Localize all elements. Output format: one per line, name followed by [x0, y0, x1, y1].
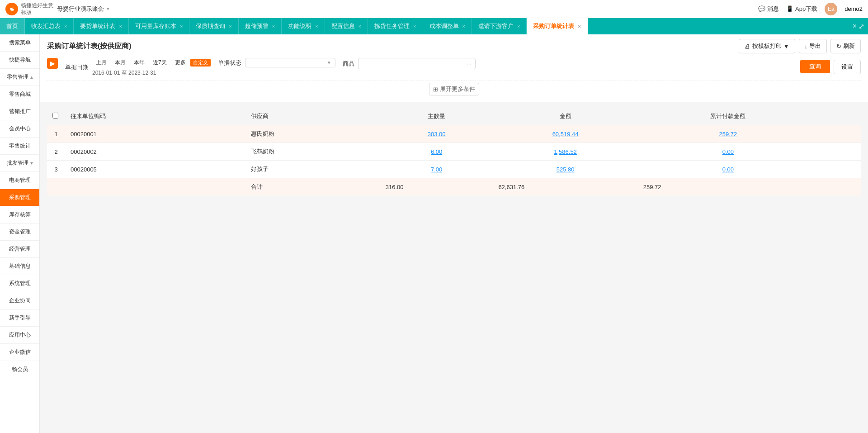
row-quantity-2[interactable]: 7.00: [380, 161, 493, 178]
sidebar-item-system[interactable]: 系统管理: [0, 275, 39, 292]
tab-home[interactable]: 首页: [0, 18, 25, 34]
sidebar-item-retail[interactable]: 零售管理 ▲: [0, 69, 39, 86]
tab-caigou[interactable]: 采购订单统计表 ×: [527, 18, 587, 34]
tab-caigou-close-icon[interactable]: ×: [578, 24, 580, 29]
tab-chengben-close-icon[interactable]: ×: [462, 24, 465, 29]
message-button[interactable]: 💬 消息: [758, 5, 779, 13]
settings-button[interactable]: 设置: [834, 60, 861, 74]
tab-yaoqing[interactable]: 邀请下游客户 ×: [472, 18, 527, 34]
sidebar-item-finance[interactable]: 资金管理: [0, 224, 39, 241]
tab-peizhi[interactable]: 配置信息 ×: [325, 18, 368, 34]
sidebar-item-newguide[interactable]: 新手引导: [0, 309, 39, 327]
tab-keyong[interactable]: 可用量库存账本 ×: [129, 18, 189, 34]
sidebar-item-marketing[interactable]: 营销推广: [0, 103, 39, 120]
goods-input[interactable]: ···: [358, 58, 476, 69]
tab-pikuorenwu-close-icon[interactable]: ×: [413, 24, 416, 29]
date-shortcuts-row: 上月 本月 本年 近7天 更多 自定义: [92, 58, 211, 67]
row-paid-2[interactable]: 0.00: [638, 161, 818, 178]
shortcut-this-year[interactable]: 本年: [130, 58, 148, 67]
row-amount-0[interactable]: 60,519.44: [493, 125, 637, 143]
sidebar-item-vip[interactable]: 畅会员: [0, 361, 39, 378]
sidebar-item-batch[interactable]: 批发管理 ▼: [0, 155, 39, 172]
tab-chaochuyujing[interactable]: 超储预警 ×: [239, 18, 282, 34]
print-button[interactable]: 🖨 按模板打印 ▼: [739, 39, 795, 53]
sidebar-item-search-label: 搜索菜单: [2, 39, 38, 47]
row-quantity-0[interactable]: 303.00: [380, 125, 493, 143]
sidebar-item-enterprise-label: 企业协同: [2, 297, 38, 305]
tab-yaohuo-close-icon[interactable]: ×: [119, 24, 122, 29]
user-avatar[interactable]: Ea: [825, 3, 837, 15]
app-download-button[interactable]: 📱 App下载: [786, 5, 817, 13]
row-quantity-1[interactable]: 6.00: [380, 143, 493, 161]
collapse-toggle-button[interactable]: ▶: [47, 58, 58, 69]
tab-baozhi-label: 保质期查询: [196, 22, 225, 30]
tab-gongneng-close-icon[interactable]: ×: [315, 24, 318, 29]
sidebar-item-member[interactable]: 会员中心: [0, 120, 39, 138]
tab-chengben[interactable]: 成本调整单 ×: [423, 18, 472, 34]
sidebar-item-retailshop-label: 零售商城: [2, 90, 38, 98]
shortcut-this-month[interactable]: 本月: [111, 58, 129, 67]
row-paid-1[interactable]: 0.00: [638, 143, 818, 161]
row-amount-2[interactable]: 525.80: [493, 161, 637, 178]
sidebar-item-operations[interactable]: 经营管理: [0, 241, 39, 258]
tab-shoufahuiTotal[interactable]: 收发汇总表 ×: [25, 18, 74, 34]
row-paid-0[interactable]: 259.72: [638, 125, 818, 143]
select-all-checkbox[interactable]: [52, 113, 58, 119]
table-header-row: 往来单位编码 供应商 主数量 金额 累计付款金额: [47, 108, 861, 125]
table-row: 3 00020005 好孩子 7.00 525.80 0.00: [47, 161, 861, 178]
sidebar-item-wechat[interactable]: 企业微信: [0, 344, 39, 361]
table-row: 1 00020001 惠氏奶粉 303.00 60,519.44 259.72: [47, 125, 861, 143]
shortcut-7days[interactable]: 近7天: [149, 58, 170, 67]
page-title: 采购订单统计表(按供应商): [47, 42, 132, 51]
logo-text: 畅捷通好生意 标版: [21, 2, 53, 15]
sidebar-item-retailstat[interactable]: 零售统计: [0, 138, 39, 155]
tab-baozhi[interactable]: 保质期查询 ×: [189, 18, 238, 34]
sidebar-item-purchase[interactable]: 采购管理: [0, 189, 39, 206]
tab-shoufahuiTotal-close-icon[interactable]: ×: [64, 24, 67, 29]
footer-empty3: [818, 178, 861, 196]
tab-yaoqing-close-icon[interactable]: ×: [517, 24, 520, 29]
export-button[interactable]: ↓ 导出: [799, 39, 827, 53]
tab-caigou-label: 采购订单统计表: [533, 22, 574, 30]
export-label: 导出: [809, 42, 821, 50]
tab-chaochuyujing-close-icon[interactable]: ×: [272, 24, 275, 29]
row-num-2: 3: [47, 161, 65, 178]
workspace-selector[interactable]: 母婴行业演示账套 ▼: [57, 5, 110, 13]
sidebar-item-quicknav[interactable]: 快捷导航: [0, 52, 39, 69]
shortcut-last-month[interactable]: 上月: [92, 58, 110, 67]
custom-date-tag[interactable]: 自定义: [190, 59, 211, 67]
sidebar-item-appcenter[interactable]: 应用中心: [0, 327, 39, 344]
tab-gongneng[interactable]: 功能说明 ×: [282, 18, 325, 34]
row-amount-1[interactable]: 1,586.52: [493, 143, 637, 161]
sidebar-item-search[interactable]: 搜索菜单: [0, 34, 39, 52]
query-button[interactable]: 查询: [800, 60, 830, 73]
nav-fullscreen-icon[interactable]: ⤢: [859, 22, 864, 31]
row-code-1: 00020002: [65, 143, 245, 161]
sidebar-item-ecom[interactable]: 电商管理: [0, 172, 39, 189]
tab-pikuorenwu[interactable]: 拣货任务管理 ×: [368, 18, 423, 34]
shortcut-more[interactable]: 更多: [171, 58, 189, 67]
svg-text:畅: 畅: [10, 7, 14, 12]
expand-row: ⊞ 展开更多条件: [47, 81, 861, 97]
sidebar-item-basic[interactable]: 基础信息: [0, 258, 39, 275]
nav-close-all-icon[interactable]: ×: [853, 22, 857, 30]
tab-baozhi-close-icon[interactable]: ×: [229, 24, 231, 29]
sidebar-item-wechat-label: 企业微信: [2, 348, 38, 356]
date-input-group: 上月 本月 本年 近7天 更多 自定义 2016-01-01 至 2023-12…: [92, 58, 211, 77]
status-select[interactable]: ▼: [245, 58, 335, 67]
sidebar-item-vip-label: 畅会员: [2, 366, 38, 373]
tab-peizhi-close-icon[interactable]: ×: [359, 24, 361, 29]
refresh-button[interactable]: ↻ 刷新: [830, 39, 861, 53]
nav-tabs: 首页 收发汇总表 × 要货单统计表 × 可用量库存账本 × 保质期查询 × 超储…: [0, 18, 868, 34]
tab-keyong-close-icon[interactable]: ×: [180, 24, 183, 29]
goods-more-icon[interactable]: ···: [467, 60, 472, 67]
tab-yaohuo[interactable]: 要货单统计表 ×: [74, 18, 128, 34]
sidebar-item-retailshop[interactable]: 零售商城: [0, 86, 39, 103]
sidebar-item-enterprise[interactable]: 企业协同: [0, 292, 39, 309]
footer-paid: 259.72: [638, 178, 818, 196]
sidebar-item-inventory[interactable]: 库存核算: [0, 206, 39, 224]
workspace-name: 母婴行业演示账套: [57, 5, 104, 13]
expand-more-button[interactable]: ⊞ 展开更多条件: [429, 83, 479, 95]
sidebar-item-operations-label: 经营管理: [2, 245, 38, 253]
sidebar-item-ecom-label: 电商管理: [2, 176, 38, 184]
